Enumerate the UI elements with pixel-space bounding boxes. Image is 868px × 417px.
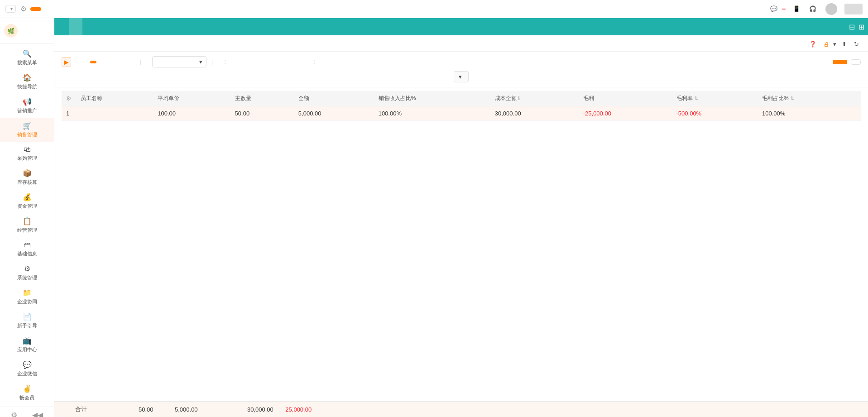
sidebar-icon-12: 📺 bbox=[23, 336, 32, 345]
status-dropdown-icon: ▾ bbox=[199, 58, 202, 65]
message-icon: 💬 bbox=[770, 5, 777, 12]
top-right-actions: 💬 📱 🎧 bbox=[770, 3, 863, 15]
sidebar-icon-6: 💰 bbox=[23, 193, 32, 201]
sidebar-item-13[interactable]: 💬企业微信 bbox=[0, 357, 54, 381]
footer-gross: -25,000.00 bbox=[283, 406, 320, 413]
query-button[interactable] bbox=[833, 60, 847, 64]
goods-input[interactable] bbox=[225, 60, 315, 64]
sidebar-item-7[interactable]: 📋经营管理 bbox=[0, 213, 54, 237]
user-name-placeholder bbox=[844, 4, 863, 14]
settings-button[interactable] bbox=[851, 59, 861, 65]
sort-icon-gross_pct[interactable]: ⇅ bbox=[790, 96, 794, 101]
cell-name bbox=[76, 106, 153, 121]
this-month-tab[interactable] bbox=[90, 61, 96, 63]
table-header-row: ⚙员工名称平均单价主数量全额销售收入占比%成本全额 ℹ毛利毛利率 ⇅毛利占比% … bbox=[62, 91, 861, 106]
avatar[interactable] bbox=[825, 3, 837, 15]
sidebar-icon-0: 🔍 bbox=[23, 49, 32, 58]
last-month-tab[interactable] bbox=[82, 61, 88, 63]
last7days-tab[interactable] bbox=[106, 61, 113, 63]
page-content: ❓ 🖨 ▾ ⬆ ↻ bbox=[54, 35, 868, 401]
sort-icon-gross_rate[interactable]: ⇅ bbox=[694, 96, 698, 101]
col-header-gross: 毛利 bbox=[579, 91, 672, 106]
sidebar-item-14[interactable]: ✌畅会员 bbox=[0, 381, 54, 405]
cell-gross: -25,000.00 bbox=[579, 106, 672, 121]
sidebar-item-12[interactable]: 📺应用中心 bbox=[0, 333, 54, 357]
table-settings-icon[interactable]: ⚙ bbox=[66, 95, 72, 102]
sidebar-icon-11: 📄 bbox=[23, 312, 32, 321]
cost-info-icon[interactable]: ℹ bbox=[518, 96, 520, 101]
sidebar-item-9[interactable]: ⚙系统管理 bbox=[0, 261, 54, 285]
tab-expand-icon[interactable]: ⊞ bbox=[858, 23, 864, 31]
collapse-icon[interactable]: ◀◀ bbox=[32, 411, 43, 417]
sidebar-item-0[interactable]: 🔍搜索菜单 bbox=[0, 46, 54, 70]
export-button[interactable]: ⬆ bbox=[842, 41, 849, 48]
sidebar-item-10[interactable]: 📁企业协同 bbox=[0, 285, 54, 309]
sidebar-item-6[interactable]: 💰资金管理 bbox=[0, 189, 54, 213]
sidebar-item-11[interactable]: 📄新手引导 bbox=[0, 309, 54, 333]
col-header-rank: ⚙ bbox=[62, 91, 76, 106]
sidebar-item-5[interactable]: 📦库存核算 bbox=[0, 165, 54, 189]
sidebar: 🌿 🔍搜索菜单🏠快捷导航📢营销推广🛒销售管理🛍采购管理📦库存核算💰资金管理📋经营… bbox=[0, 18, 54, 417]
headset-icon: 🎧 bbox=[809, 5, 816, 12]
tab-right: ⊟ ⊞ bbox=[849, 23, 868, 31]
cell-gross_rate: -500.00% bbox=[672, 106, 758, 121]
svg-text:🌿: 🌿 bbox=[7, 27, 15, 35]
sidebar-icon-13: 💬 bbox=[23, 360, 32, 369]
sidebar-icon-9: ⚙ bbox=[24, 264, 30, 273]
filter-toggle-icon[interactable]: ▶ bbox=[62, 57, 71, 67]
export-icon: ⬆ bbox=[842, 41, 847, 48]
sidebar-item-4[interactable]: 🛍采购管理 bbox=[0, 142, 54, 165]
sidebar-icon-4: 🛍 bbox=[24, 145, 31, 153]
sidebar-bottom: ⚙ ◀◀ bbox=[0, 407, 54, 417]
sidebar-item-8[interactable]: 🗃基础信息 bbox=[0, 237, 54, 261]
company-selector[interactable]: ▾ bbox=[5, 5, 16, 13]
col-header-gross_pct: 毛利占比% ⇅ bbox=[758, 91, 861, 106]
sidebar-item-1[interactable]: 🏠快捷导航 bbox=[0, 70, 54, 94]
gear-icon[interactable]: ⚙ bbox=[20, 5, 27, 13]
app-download-button[interactable]: 📱 bbox=[793, 5, 802, 12]
refresh-button[interactable]: ↻ bbox=[854, 41, 861, 48]
col-header-sales_pct: 销售收入占比% bbox=[374, 91, 490, 106]
page-header: ❓ 🖨 ▾ ⬆ ↻ bbox=[54, 35, 868, 52]
cell-cost: 30,000.00 bbox=[490, 106, 579, 121]
sales-ranking-table: ⚙员工名称平均单价主数量全额销售收入占比%成本全额 ℹ毛利毛利率 ⇅毛利占比% … bbox=[62, 91, 861, 121]
footer-cost: 30,000.00 bbox=[247, 406, 283, 413]
col-header-amount: 全额 bbox=[294, 91, 374, 106]
tab-sales-ranking[interactable] bbox=[69, 18, 82, 35]
footer-amount: 5,000.00 bbox=[175, 406, 211, 413]
app-icon: 📱 bbox=[793, 5, 800, 12]
help-icon: ❓ bbox=[809, 41, 816, 48]
more-tab[interactable] bbox=[115, 61, 121, 63]
cell-qty: 50.00 bbox=[230, 106, 294, 121]
top-bar: ▾ ⚙ 💬 📱 🎧 bbox=[0, 0, 868, 18]
sidebar-item-2[interactable]: 📢营销推广 bbox=[0, 94, 54, 118]
expand-filter-button[interactable]: ▾ bbox=[454, 71, 469, 82]
status-select[interactable]: ▾ bbox=[152, 56, 206, 67]
sidebar-icon-3: 🛒 bbox=[23, 121, 32, 130]
content-area: ⊟ ⊞ ❓ 🖨 ▾ bbox=[54, 18, 868, 417]
message-badge bbox=[782, 9, 786, 10]
help-button[interactable]: ❓ bbox=[809, 41, 818, 48]
sidebar-icon-14: ✌ bbox=[23, 384, 32, 393]
message-button[interactable]: 💬 bbox=[770, 5, 786, 12]
cell-gross_pct: 100.00% bbox=[758, 106, 861, 121]
cell-amount: 5,000.00 bbox=[294, 106, 374, 121]
sidebar-item-3[interactable]: 🛒销售管理 bbox=[0, 118, 54, 142]
col-header-gross_rate: 毛利率 ⇅ bbox=[672, 91, 758, 106]
tab-home[interactable] bbox=[54, 18, 69, 35]
header-actions: ❓ 🖨 ▾ ⬆ ↻ bbox=[809, 41, 861, 48]
custom-tab[interactable] bbox=[123, 61, 129, 63]
tab-minimize-icon[interactable]: ⊟ bbox=[849, 23, 855, 31]
expand-icon: ▾ bbox=[459, 73, 462, 80]
sidebar-icon-10: 📁 bbox=[23, 288, 32, 297]
table-footer: 合计 50.00 5,000.00 30,000.00 -25,000.00 bbox=[54, 401, 868, 417]
footer-qty: 50.00 bbox=[139, 406, 175, 413]
online-service-button[interactable]: 🎧 bbox=[809, 5, 818, 12]
print-icon: 🖨 bbox=[824, 41, 830, 48]
sidebar-icon-7: 📋 bbox=[23, 217, 32, 225]
trial-button[interactable] bbox=[30, 7, 41, 11]
print-button[interactable]: 🖨 ▾ bbox=[824, 41, 836, 48]
settings-bottom-icon[interactable]: ⚙ bbox=[11, 411, 17, 417]
cell-rank: 1 bbox=[62, 106, 76, 121]
this-year-tab[interactable] bbox=[98, 61, 105, 63]
